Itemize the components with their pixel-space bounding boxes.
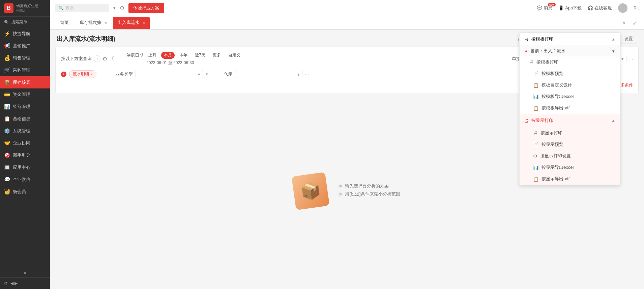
sidebar-item-label: 畅会员 (13, 189, 26, 195)
template-excel-label: 按模板导出excel (541, 94, 574, 100)
type-more-icon[interactable]: ··· (629, 56, 633, 61)
filter-add-btn[interactable]: + (94, 55, 100, 62)
dropdown-template-preview[interactable]: 📄 按模板预览 (520, 68, 620, 79)
warehouse-filter: 仓库 ··· (224, 70, 309, 78)
date-opt-current-month[interactable]: 本月 (161, 52, 175, 59)
tab-flow-label: 出入库流水 (118, 20, 140, 25)
filter-tag-close[interactable]: × (90, 72, 93, 77)
sidebar-item-wechat[interactable]: 💬 企业微信 (0, 174, 50, 186)
dropdown-display-print-header[interactable]: 🖨 按显示打印 ▲ (520, 114, 620, 127)
dropdown-display-print-item[interactable]: 🖨 按显示打印 (520, 127, 620, 139)
sidebar-collapse-icon[interactable]: ◀ ▶ (10, 281, 18, 286)
sidebar-item-app-center[interactable]: 🔲 应用中心 (0, 161, 50, 174)
dropdown-header[interactable]: 🖨 按模板打印 ▲ (520, 33, 620, 46)
sidebar-item-finance[interactable]: 💳 资金管理 (0, 88, 50, 101)
sidebar-scroll-down[interactable]: ▼ (0, 269, 50, 277)
filter-collapse-left-icon[interactable]: 《 (109, 56, 114, 62)
dropdown-display-pdf[interactable]: 📋 按显示导出pdf (520, 173, 620, 185)
display-print-settings-label: 按显示打印设置 (540, 153, 571, 159)
filter-label: 按以下方案查询 (61, 56, 92, 62)
sidebar-item-operations[interactable]: 📊 经营管理 (0, 101, 50, 113)
dropdown-template-print-header[interactable]: 🖨 按模板打印 (520, 56, 620, 68)
sidebar-item-label: 企业微信 (13, 177, 30, 183)
topbar-right: 💬 消息 99+ 📱 App下载 🎧 在线客服 Rit (537, 3, 639, 13)
topbar-gear-icon[interactable]: ⚙ (120, 5, 124, 11)
sidebar-item-label: 采购管理 (13, 67, 30, 73)
display-print-children: 🖨 按显示打印 📄 按显示预览 ⚙ 按显示打印设置 📊 按显示导出excel 📋… (520, 127, 620, 185)
filter-tag-flow[interactable]: 流水明细 × (69, 70, 96, 78)
app-download-btn[interactable]: 📱 App下载 (558, 5, 582, 11)
date-opt-current-year[interactable]: 本年 (177, 52, 190, 59)
dropdown-template-pdf[interactable]: 📋 按模板导出pdf (520, 102, 620, 114)
placeholder-step2: ② 用[过滤]条件来缩小分析范围 (338, 191, 400, 197)
display-print-icon: 🖨 (524, 118, 529, 123)
search-icon: 🔍 (59, 6, 64, 10)
sidebar-item-purchase[interactable]: 🛒 采购管理 (0, 64, 50, 76)
sidebar-item-marketing[interactable]: 📢 营销推广 (0, 40, 50, 52)
topbar-search[interactable]: 🔍 搜索 (55, 4, 109, 12)
sidebar-item-sales[interactable]: 💰 销售管理 (0, 52, 50, 64)
sidebar-search[interactable]: 🔍 搜索菜单 (0, 17, 50, 28)
settings-btn[interactable]: 设置 (620, 34, 637, 44)
filter-tags: ✦ 流水明细 × (61, 70, 96, 78)
tab-home[interactable]: 首页 (55, 17, 74, 29)
sidebar-item-system[interactable]: ⚙️ 系统管理 (0, 125, 50, 137)
display-excel-label: 按显示导出excel (541, 164, 574, 170)
dropdown-current-label: 当前：出入库流水 (530, 48, 565, 54)
service-icon: 🎧 (588, 5, 593, 10)
dropdown-print-icon: 🖨 (524, 37, 529, 42)
warehouse-more-icon[interactable]: ··· (305, 72, 309, 77)
tab-close-window-btn[interactable]: ✕ (620, 19, 628, 27)
message-icon: 💬 (537, 5, 542, 10)
tab-flow-close[interactable]: × (143, 21, 145, 25)
tab-batch-account[interactable]: 库存批次账 × (75, 17, 112, 29)
topbar-dropdown-arrow[interactable]: ▾ (113, 5, 116, 10)
display-print-item-icon: 🖨 (533, 130, 538, 136)
message-btn[interactable]: 💬 消息 99+ (537, 5, 552, 11)
placeholder-step1: ① 请先选择要分析的方案 (338, 183, 400, 189)
dropdown-display-print-settings[interactable]: ⚙ 按显示打印设置 (520, 150, 620, 162)
sidebar-item-basic[interactable]: 📋 基础信息 (0, 113, 50, 125)
member-icon: 👑 (4, 189, 10, 195)
logo-text-wrap: 畅捷通好生意 标准版 (16, 3, 38, 13)
dropdown-template-excel[interactable]: 📊 按模板导出excel (520, 91, 620, 102)
date-opt-more[interactable]: 更多 (210, 52, 224, 59)
filter-settings-icon[interactable]: ⚙ (103, 56, 107, 62)
biz-dropdown-icon[interactable]: ▾ (206, 72, 208, 77)
sidebar-item-cooperation[interactable]: 🤝 企业协同 (0, 137, 50, 149)
display-print-item-label: 按显示打印 (540, 130, 562, 136)
template-custom-icon: 📋 (533, 82, 539, 88)
biz-filter: 业务类型 ▾ (115, 70, 208, 78)
date-opt-custom[interactable]: 自定义 (226, 52, 243, 59)
logo-icon: B (4, 3, 13, 13)
sidebar-settings-icon[interactable]: ⚙ (4, 281, 8, 286)
sidebar-item-guide[interactable]: 🎯 新手引导 (0, 149, 50, 161)
trial-btn[interactable]: 体验行业方案 (128, 3, 164, 13)
template-preview-label: 按模板预览 (541, 71, 563, 77)
sidebar-item-member[interactable]: 👑 畅会员 (0, 186, 50, 198)
current-icon: ● (525, 49, 528, 54)
template-pdf-icon: 📋 (533, 105, 539, 111)
tab-flow[interactable]: 出入库流水 × (113, 17, 150, 29)
sidebar-item-label: 库存核算 (13, 79, 30, 85)
tab-restore-btn[interactable]: ⤢ (631, 19, 639, 27)
dropdown-display-excel[interactable]: 📊 按显示导出excel (520, 162, 620, 173)
dropdown-template-custom[interactable]: 📋 模板自定义设计 (520, 79, 620, 91)
topbar: 🔍 搜索 ▾ ⚙ 体验行业方案 💬 消息 99+ 📱 App下载 🎧 在线客服 … (50, 0, 644, 16)
purchase-icon: 🛒 (4, 67, 10, 73)
operations-icon: 📊 (4, 104, 10, 110)
tab-home-label: 首页 (60, 20, 69, 25)
template-pdf-label: 按模板导出pdf (541, 105, 569, 111)
sidebar-item-quick-nav[interactable]: ⚡ 快捷导航 (0, 28, 50, 40)
sidebar-item-label: 经营管理 (13, 104, 30, 110)
online-service-btn[interactable]: 🎧 在线客服 (588, 5, 612, 11)
tab-batch-account-close[interactable]: × (105, 21, 107, 25)
warehouse-select[interactable] (235, 70, 302, 78)
step1-num: ① (338, 183, 343, 189)
sidebar-item-inventory[interactable]: 📦 库存核算 (0, 76, 50, 88)
user-avatar[interactable] (618, 3, 627, 13)
biz-select[interactable] (136, 70, 203, 78)
dropdown-display-preview[interactable]: 📄 按显示预览 (520, 139, 620, 150)
date-opt-prev-month[interactable]: 上月 (146, 52, 159, 59)
date-opt-recent-7[interactable]: 近7天 (192, 52, 208, 59)
